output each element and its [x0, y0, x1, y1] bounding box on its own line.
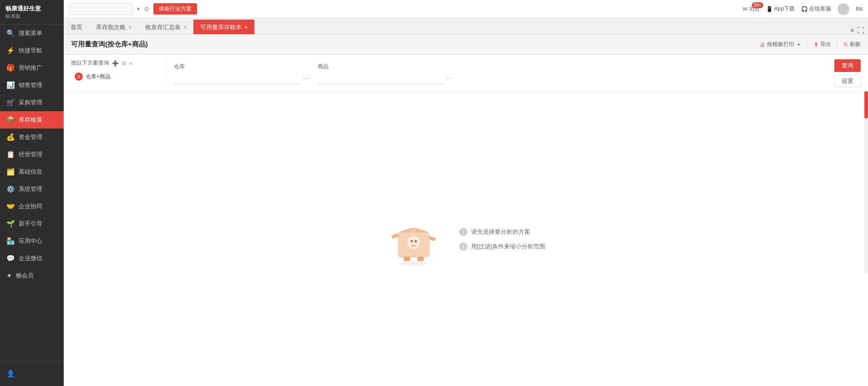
sidebar-item-shortcut[interactable]: ⚡ 快捷导航 — [0, 42, 64, 59]
scheme-item-warehouse-goods[interactable]: ↺ 仓库+商品 — [71, 71, 161, 82]
scheme-icon: ↺ — [75, 72, 83, 81]
online-service-button[interactable]: 🎧 在线客服 — [801, 5, 831, 13]
scheme-collapse-icon[interactable]: « — [129, 60, 132, 67]
warehouse-more-icon[interactable]: ··· — [303, 74, 309, 82]
sidebar-item-label: 快捷导航 — [19, 46, 42, 55]
sidebar-item-enterprise[interactable]: 🤝 企业协同 — [0, 198, 64, 215]
filter-fields: 仓库 ··· 商品 ··· 查询 — [174, 59, 861, 87]
enterprise-icon: 🤝 — [6, 202, 15, 211]
sidebar-item-search[interactable]: 🔍 搜索菜单 — [0, 25, 64, 42]
print-label: 按模板打印 — [767, 41, 794, 48]
tab-batch[interactable]: 库存批次账 × — [89, 20, 138, 34]
page-title: 可用量查询(按仓库+商品) — [71, 40, 760, 49]
tab-available[interactable]: 可用量库存账本 × — [193, 20, 254, 34]
sidebar-item-newbie[interactable]: 🌱 新手引导 — [0, 215, 64, 232]
goods-more-icon[interactable]: ··· — [447, 74, 452, 82]
add-scheme-icon[interactable]: ➕ — [112, 60, 119, 67]
marketing-icon: 🎁 — [6, 64, 15, 72]
svg-rect-5 — [417, 257, 424, 261]
divider-1: | — [807, 41, 808, 48]
search-icon: 🔍 — [6, 29, 15, 37]
tab-home-label: 首页 — [71, 23, 82, 31]
goods-field-label: 商品 — [318, 63, 452, 71]
topbar-right: ✉ 消息 99+ 📱 App下载 🎧 在线客服 Rit — [743, 3, 863, 15]
settings-button[interactable]: 设置 — [834, 75, 861, 87]
tabs-right-controls: × ⛶ — [850, 27, 868, 34]
tab-batch-close[interactable]: × — [128, 25, 132, 30]
topbar-gear-icon[interactable]: ⚙ — [144, 5, 150, 13]
message-icon: ✉ — [743, 6, 747, 12]
filter-actions: 查询 设置 — [834, 59, 861, 87]
sidebar-item-more[interactable]: 👤 — [0, 365, 64, 382]
tab-collect-close[interactable]: × — [183, 25, 187, 30]
tab-home[interactable]: 首页 — [64, 20, 89, 34]
sidebar-item-weixin[interactable]: 💬 企业微信 — [0, 250, 64, 267]
sidebar-item-finance[interactable]: 💰 资金管理 — [0, 129, 64, 146]
sidebar-item-label: 企业微信 — [19, 254, 42, 262]
query-button[interactable]: 查询 — [834, 59, 861, 72]
filter-field-warehouse: 仓库 ··· — [174, 63, 309, 84]
refresh-label: 刷新 — [850, 41, 861, 48]
goods-input[interactable] — [318, 72, 445, 84]
warehouse-input[interactable] — [174, 72, 301, 84]
tab-collect[interactable]: 收发存汇总表 × — [138, 20, 193, 34]
app-label: App下载 — [774, 5, 795, 13]
tab-batch-label: 库存批次账 — [96, 23, 126, 31]
svg-point-1 — [407, 236, 420, 249]
username-label[interactable]: Rit — [856, 6, 863, 12]
scheme-settings-icon[interactable]: ⚙ — [122, 60, 127, 67]
service-icon: 🎧 — [801, 6, 808, 12]
user-avatar[interactable] — [838, 3, 849, 15]
sidebar-item-vip[interactable]: ✦ 畅会员 — [0, 267, 64, 284]
app-icon: 📱 — [766, 6, 773, 12]
filter-area: 按以下方案查询 ➕ ⚙ « ↺ 仓库+商品 仓库 ··· — [64, 55, 868, 93]
logo-title: 畅康通好生意 — [5, 5, 58, 13]
message-button[interactable]: ✉ 消息 99+ — [743, 5, 760, 13]
warehouse-field-label: 仓库 — [174, 63, 309, 71]
svg-rect-2 — [411, 240, 413, 242]
finance-icon: 💰 — [6, 133, 15, 141]
print-button[interactable]: 🖨 按模板打印 ▼ — [760, 41, 801, 48]
empty-text: 1 请先选择要分析的方案 2 用[过滤]条件来缩小分析范围 — [459, 228, 545, 251]
sidebar-item-inventory[interactable]: 📦 库存核算 — [0, 111, 64, 129]
step-1-text: 请先选择要分析的方案 — [471, 228, 530, 236]
sidebar-item-appstore[interactable]: 🏪 应用中心 — [0, 232, 64, 250]
sidebar-item-purchase[interactable]: 🛒 采购管理 — [0, 94, 64, 111]
print-icon: 🖨 — [760, 41, 765, 48]
export-icon: ⬆ — [814, 41, 818, 48]
tabs-bar: 首页 库存批次账 × 收发存汇总表 × 可用量库存账本 × × ⛶ — [64, 18, 868, 35]
vip-icon: ✦ — [6, 272, 12, 280]
topbar-dropdown-icon[interactable]: ▼ — [136, 6, 141, 12]
filter-scheme-title: 按以下方案查询 — [71, 59, 109, 67]
right-scrollbar[interactable] — [864, 91, 868, 273]
topbar-search-input[interactable] — [69, 3, 133, 15]
message-badge: 99+ — [752, 2, 763, 8]
service-label: 在线客服 — [809, 5, 831, 13]
refresh-icon: ↻ — [843, 41, 848, 48]
weixin-icon: 💬 — [6, 254, 15, 262]
sidebar-item-sales[interactable]: 📊 销售管理 — [0, 77, 64, 94]
tab-available-close[interactable]: × — [244, 25, 248, 30]
newbie-icon: 🌱 — [6, 220, 15, 228]
export-button[interactable]: ⬆ 导出 — [814, 41, 831, 48]
print-dropdown-icon[interactable]: ▼ — [796, 42, 801, 47]
sidebar-item-label: 搜索菜单 — [19, 29, 42, 37]
sidebar-logo: 畅康通好生意 标准版 — [0, 0, 64, 25]
business-icon: 📋 — [6, 150, 15, 159]
svg-rect-4 — [404, 257, 410, 261]
svg-rect-3 — [415, 240, 417, 242]
sidebar-item-marketing[interactable]: 🎁 营销推广 — [0, 59, 64, 77]
export-label: 导出 — [820, 41, 831, 48]
sidebar-item-basic[interactable]: 🗂️ 基础信息 — [0, 163, 64, 180]
refresh-button[interactable]: ↻ 刷新 — [843, 41, 861, 48]
sidebar-item-business[interactable]: 📋 经营管理 — [0, 146, 64, 163]
sidebar-item-system[interactable]: ⚙️ 系统管理 — [0, 180, 64, 198]
sidebar-item-label: 应用中心 — [19, 237, 42, 245]
sidebar-item-label: 资金管理 — [19, 133, 42, 141]
sidebar-item-label: 库存核算 — [19, 116, 42, 124]
close-tab-button[interactable]: × — [850, 27, 854, 34]
app-download-button[interactable]: 📱 App下载 — [766, 5, 795, 13]
trial-button[interactable]: 体验行业方案 — [153, 3, 197, 15]
filter-field-goods: 商品 ··· — [318, 63, 452, 84]
expand-tab-button[interactable]: ⛶ — [857, 27, 864, 34]
